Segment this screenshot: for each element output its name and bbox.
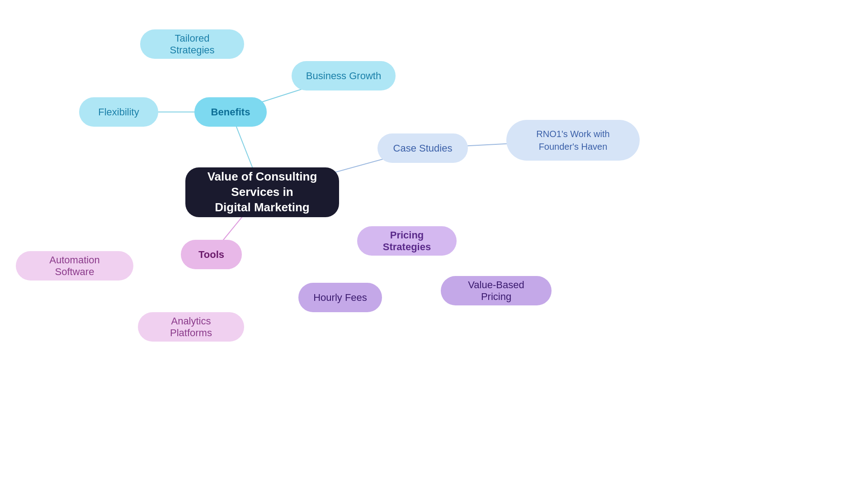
benefits-node[interactable]: Benefits [194, 97, 267, 127]
automation-software-label: Automation Software [28, 254, 121, 278]
benefits-label: Benefits [211, 106, 250, 118]
tools-label: Tools [198, 249, 224, 261]
tailored-strategies-node[interactable]: Tailored Strategies [140, 29, 244, 59]
hourly-fees-label: Hourly Fees [313, 292, 367, 304]
center-label: Value of Consulting Services in Digital … [198, 169, 326, 215]
hourly-fees-node[interactable]: Hourly Fees [298, 283, 382, 312]
value-based-pricing-node[interactable]: Value-Based Pricing [441, 276, 552, 305]
center-node[interactable]: Value of Consulting Services in Digital … [185, 167, 339, 217]
case-studies-node[interactable]: Case Studies [377, 133, 468, 163]
mind-map: Value of Consulting Services in Digital … [0, 0, 868, 490]
case-studies-label: Case Studies [393, 143, 453, 154]
tailored-strategies-label: Tailored Strategies [153, 33, 231, 56]
rno1-node[interactable]: RNO1's Work with Founder's Haven [506, 120, 640, 161]
rno1-label: RNO1's Work with Founder's Haven [519, 128, 627, 153]
flexibility-label: Flexibility [98, 106, 139, 118]
analytics-platforms-node[interactable]: Analytics Platforms [138, 312, 244, 342]
automation-software-node[interactable]: Automation Software [16, 251, 133, 281]
tools-node[interactable]: Tools [181, 240, 242, 269]
flexibility-node[interactable]: Flexibility [79, 97, 158, 127]
analytics-platforms-label: Analytics Platforms [151, 315, 231, 339]
pricing-strategies-node[interactable]: Pricing Strategies [357, 226, 457, 256]
business-growth-label: Business Growth [306, 70, 381, 82]
value-based-pricing-label: Value-Based Pricing [453, 279, 539, 303]
pricing-strategies-label: Pricing Strategies [370, 229, 444, 253]
business-growth-node[interactable]: Business Growth [292, 61, 396, 90]
